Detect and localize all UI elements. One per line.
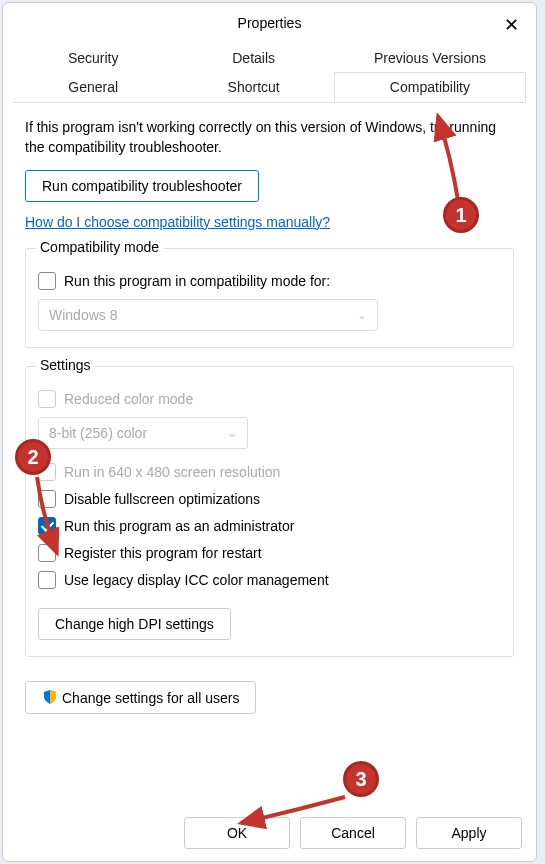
compat-mode-label: Run this program in compatibility mode f… (64, 273, 330, 289)
run-as-admin-checkbox[interactable] (38, 517, 56, 535)
legacy-icc-checkbox[interactable] (38, 571, 56, 589)
annotation-badge-2: 2 (15, 439, 51, 475)
compat-mode-checkbox[interactable] (38, 272, 56, 290)
change-all-users-button[interactable]: Change settings for all users (25, 681, 256, 714)
shield-icon (42, 689, 58, 705)
group-legend: Settings (36, 357, 95, 373)
properties-dialog: Properties ✕ Security Details Previous V… (2, 2, 537, 862)
chevron-down-icon: ⌄ (357, 308, 367, 322)
cancel-button[interactable]: Cancel (300, 817, 406, 849)
register-restart-label: Register this program for restart (64, 545, 262, 561)
compat-mode-select[interactable]: Windows 8 ⌄ (38, 299, 378, 331)
disable-fullscreen-checkbox[interactable] (38, 490, 56, 508)
group-legend: Compatibility mode (36, 239, 163, 255)
reduced-color-checkbox[interactable] (38, 390, 56, 408)
register-restart-checkbox[interactable] (38, 544, 56, 562)
color-depth-select[interactable]: 8-bit (256) color ⌄ (38, 417, 248, 449)
tab-details[interactable]: Details (173, 43, 333, 72)
titlebar: Properties ✕ (3, 3, 536, 43)
color-depth-value: 8-bit (256) color (49, 425, 147, 441)
compatibility-mode-group: Compatibility mode Run this program in c… (25, 248, 514, 348)
close-button[interactable]: ✕ (496, 11, 526, 39)
legacy-icc-label: Use legacy display ICC color management (64, 572, 329, 588)
dialog-footer: OK Cancel Apply (184, 817, 522, 849)
run-as-admin-label: Run this program as an administrator (64, 518, 294, 534)
reduced-color-label: Reduced color mode (64, 391, 193, 407)
settings-group: Settings Reduced color mode 8-bit (256) … (25, 366, 514, 657)
compatibility-panel: If this program isn't working correctly … (3, 103, 536, 667)
annotation-badge-1: 1 (443, 197, 479, 233)
chevron-down-icon: ⌄ (227, 426, 237, 440)
disable-fullscreen-label: Disable fullscreen optimizations (64, 491, 260, 507)
run-troubleshooter-button[interactable]: Run compatibility troubleshooter (25, 170, 259, 202)
intro-text: If this program isn't working correctly … (25, 117, 514, 158)
high-dpi-button[interactable]: Change high DPI settings (38, 608, 231, 640)
compat-mode-value: Windows 8 (49, 307, 117, 323)
window-title: Properties (238, 15, 302, 31)
annotation-badge-3: 3 (343, 761, 379, 797)
tab-shortcut[interactable]: Shortcut (173, 72, 333, 102)
change-all-users-label: Change settings for all users (62, 690, 239, 706)
help-link[interactable]: How do I choose compatibility settings m… (25, 214, 330, 230)
tab-security[interactable]: Security (13, 43, 173, 72)
ok-button[interactable]: OK (184, 817, 290, 849)
tab-previous-versions[interactable]: Previous Versions (334, 43, 526, 72)
tab-strip: Security Details Previous Versions Gener… (13, 43, 526, 103)
tab-compatibility[interactable]: Compatibility (334, 72, 526, 102)
run-640x480-label: Run in 640 x 480 screen resolution (64, 464, 280, 480)
apply-button[interactable]: Apply (416, 817, 522, 849)
close-icon: ✕ (504, 14, 519, 36)
tab-general[interactable]: General (13, 72, 173, 102)
